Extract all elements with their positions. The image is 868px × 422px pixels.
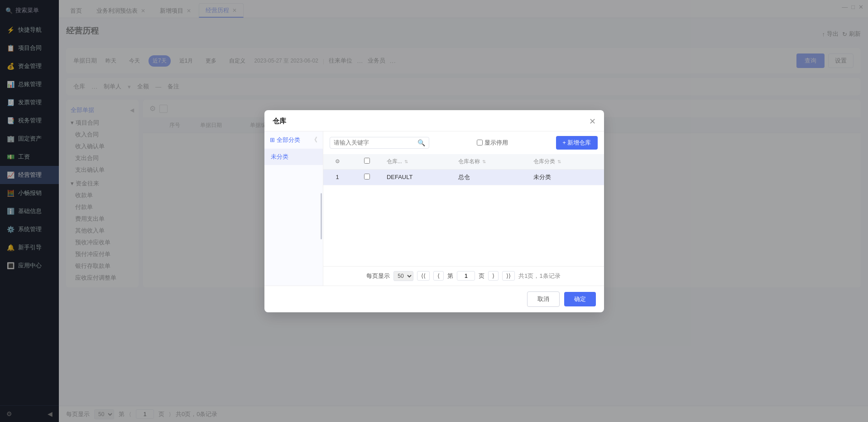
modal-pagination: 每页显示 50 ⟨⟨ ⟨ 第 页 ⟩ ⟩⟩ 共1页，1条记录 — [323, 266, 604, 286]
modal-total-info: 共1页，1条记录 — [518, 272, 560, 280]
modal-close-btn[interactable]: ✕ — [589, 116, 596, 126]
all-categories-btn[interactable]: ⊞ 全部分类 — [270, 136, 300, 144]
modal-page-label: 第 — [447, 272, 453, 280]
modal-left-panel: ⊞ 全部分类 《 未分类 — [264, 131, 323, 286]
th-gear[interactable]: ⚙ — [323, 154, 352, 170]
modal-left-header: ⊞ 全部分类 《 — [264, 131, 323, 149]
modal-header: 仓库 ✕ — [264, 110, 604, 131]
row-num: 1 — [323, 169, 352, 185]
confirm-btn[interactable]: 确定 — [564, 292, 596, 306]
th-warehouse-name[interactable]: 仓库名称 ⇅ — [454, 154, 529, 170]
th-check[interactable] — [352, 154, 382, 170]
modal-table: ⚙ 仓库... ⇅ 仓库名称 — [323, 154, 604, 185]
modal-right-toolbar: 🔍 显示停用 + 新增仓库 — [323, 131, 604, 154]
table-row[interactable]: 1 DEFAULT 总仓 未分类 — [323, 169, 604, 185]
modal-next-btn[interactable]: ⟩ — [488, 271, 499, 281]
row-checkbox[interactable] — [352, 169, 382, 185]
left-scrollbar — [321, 193, 322, 239]
modal-warehouse: 仓库 ✕ ⊞ 全部分类 《 未分类 — [264, 110, 604, 312]
search-box[interactable]: 🔍 — [330, 137, 429, 149]
modal-page-end: 页 — [479, 272, 484, 280]
row-code: DEFAULT — [382, 169, 454, 185]
modal-footer: 取消 确定 — [264, 286, 604, 312]
show-disabled-checkbox[interactable] — [477, 140, 483, 146]
left-item-uncategorized[interactable]: 未分类 — [264, 149, 323, 165]
modal-last-btn[interactable]: ⟩⟩ — [502, 271, 515, 281]
th-warehouse-code[interactable]: 仓库... ⇅ — [382, 154, 454, 170]
row-category: 未分类 — [529, 169, 604, 185]
show-disabled-label[interactable]: 显示停用 — [477, 139, 508, 147]
modal-table-wrapper: ⚙ 仓库... ⇅ 仓库名称 — [323, 154, 604, 266]
row-name: 总仓 — [454, 169, 529, 185]
modal-prev-btn[interactable]: ⟨ — [433, 271, 444, 281]
add-warehouse-btn[interactable]: + 新增仓库 — [556, 136, 597, 150]
th-warehouse-category[interactable]: 仓库分类 ⇅ — [529, 154, 604, 170]
modal-per-page-label: 每页显示 — [366, 272, 390, 280]
select-all-modal[interactable] — [364, 158, 370, 164]
search-icon: 🔍 — [417, 139, 425, 146]
grid-icon: ⊞ — [270, 136, 275, 143]
modal-page-input[interactable] — [457, 271, 475, 281]
modal-right-panel: 🔍 显示停用 + 新增仓库 ⚙ — [323, 131, 604, 286]
modal-overlay: 仓库 ✕ ⊞ 全部分类 《 未分类 — [0, 0, 868, 422]
row-select-checkbox[interactable] — [364, 174, 370, 179]
modal-table-header-row: ⚙ 仓库... ⇅ 仓库名称 — [323, 154, 604, 170]
modal-title: 仓库 — [273, 117, 286, 126]
left-collapse-btn[interactable]: 《 — [311, 136, 317, 144]
modal-body: ⊞ 全部分类 《 未分类 🔍 显示 — [264, 131, 604, 286]
search-input[interactable] — [334, 139, 415, 146]
modal-page-size[interactable]: 50 — [393, 271, 413, 281]
cancel-btn[interactable]: 取消 — [527, 291, 560, 307]
modal-first-btn[interactable]: ⟨⟨ — [417, 271, 430, 281]
